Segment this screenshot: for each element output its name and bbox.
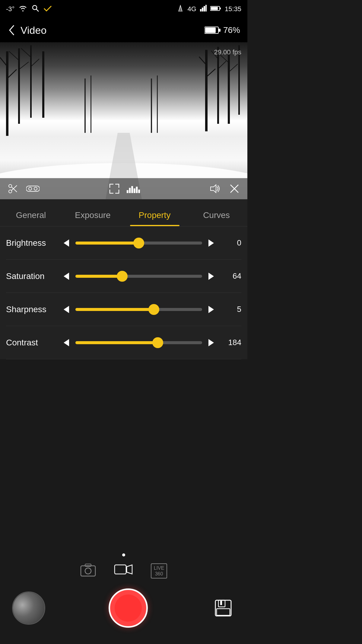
vr-icon[interactable]	[26, 182, 40, 196]
signal-bars-icon	[200, 5, 207, 13]
svg-point-0	[33, 5, 37, 10]
svg-rect-16	[6, 51, 8, 136]
tab-general[interactable]: General	[0, 210, 62, 226]
svg-marker-53	[211, 185, 216, 193]
svg-rect-44	[26, 186, 40, 191]
svg-rect-49	[131, 186, 133, 193]
svg-rect-6	[204, 6, 205, 11]
saturation-increase-button[interactable]	[205, 270, 217, 282]
mode-icons: LIVE360	[80, 562, 167, 579]
saturation-value: 64	[220, 271, 241, 281]
indicator-dot	[122, 553, 125, 556]
search-icon	[31, 4, 39, 14]
saturation-slider[interactable]	[75, 275, 202, 278]
svg-rect-52	[138, 190, 140, 193]
svg-rect-37	[91, 75, 91, 133]
tab-property[interactable]: Property	[124, 210, 186, 226]
sharpness-slider[interactable]	[75, 308, 202, 311]
svg-rect-7	[205, 5, 207, 11]
svg-rect-48	[129, 188, 131, 193]
sharpness-row: Sharpness 5	[6, 293, 241, 326]
live-badge-label: LIVE360	[151, 563, 167, 578]
svg-rect-50	[134, 188, 135, 193]
svg-line-1	[36, 9, 39, 11]
contrast-decrease-button[interactable]	[60, 337, 72, 349]
top-bar: Video 76%	[0, 18, 247, 42]
svg-rect-9	[220, 8, 221, 9]
video-controls	[0, 178, 247, 199]
bottom-actions	[0, 588, 247, 628]
status-bar: -3° 4G	[0, 0, 247, 18]
close-icon[interactable]	[227, 182, 241, 196]
volume-icon[interactable]	[208, 182, 221, 196]
status-left: -3°	[6, 4, 52, 14]
signal-icon	[177, 5, 184, 13]
video-scene	[0, 42, 247, 199]
contrast-row: Contrast 184	[6, 326, 241, 359]
svg-rect-13	[205, 27, 216, 33]
svg-rect-5	[202, 8, 203, 11]
svg-rect-51	[136, 187, 138, 193]
svg-rect-56	[81, 566, 95, 576]
video-mode-button[interactable]	[114, 562, 133, 579]
video-preview: 29.00 fps	[0, 42, 247, 199]
brightness-label: Brightness	[6, 238, 57, 248]
svg-point-40	[9, 184, 12, 187]
tabs: General Exposure Property Curves	[0, 199, 247, 226]
tab-curves[interactable]: Curves	[186, 210, 247, 226]
svg-rect-10	[211, 7, 218, 10]
scissors-icon[interactable]	[6, 182, 20, 196]
record-button-inner	[115, 594, 142, 622]
tab-exposure[interactable]: Exposure	[62, 210, 124, 226]
contrast-label: Contrast	[6, 338, 57, 348]
brightness-slider[interactable]	[75, 242, 202, 245]
svg-rect-19	[42, 51, 44, 118]
sharpness-value: 5	[220, 305, 241, 314]
gallery-thumbnail[interactable]	[12, 591, 45, 625]
record-button[interactable]	[109, 588, 148, 628]
svg-marker-60	[127, 565, 132, 574]
svg-point-57	[85, 568, 91, 574]
svg-rect-47	[127, 190, 129, 193]
svg-rect-4	[200, 9, 202, 11]
fps-label: 29.00 fps	[214, 48, 241, 56]
svg-point-45	[29, 187, 32, 190]
svg-marker-2	[179, 5, 182, 11]
save-icon	[214, 598, 233, 618]
svg-rect-26	[205, 50, 208, 131]
svg-rect-63	[217, 609, 230, 615]
temperature: -3°	[6, 5, 14, 13]
photo-mode-button[interactable]	[80, 563, 96, 579]
sharpness-increase-button[interactable]	[205, 303, 217, 316]
brightness-row: Brightness 0	[6, 226, 241, 260]
wifi-icon	[19, 5, 27, 13]
sharpness-label: Sharpness	[6, 305, 57, 314]
saturation-row: Saturation 64	[6, 260, 241, 293]
svg-rect-64	[220, 601, 222, 605]
saturation-decrease-button[interactable]	[60, 270, 72, 282]
contrast-slider[interactable]	[75, 341, 202, 344]
back-button[interactable]: Video	[7, 24, 46, 36]
svg-rect-18	[30, 45, 32, 118]
sharpness-decrease-button[interactable]	[60, 303, 72, 316]
battery-text: 76%	[223, 25, 240, 35]
contrast-increase-button[interactable]	[205, 337, 217, 349]
svg-point-46	[34, 187, 37, 190]
expand-icon[interactable]	[107, 182, 121, 196]
save-button[interactable]	[211, 596, 235, 620]
brightness-value: 0	[220, 238, 241, 248]
status-right: 4G 15:35	[177, 5, 241, 13]
network-label: 4G	[188, 5, 196, 13]
contrast-value: 184	[220, 338, 241, 347]
bottom-bar: LIVE360	[0, 547, 247, 644]
svg-point-41	[9, 190, 12, 193]
svg-rect-38	[151, 78, 152, 133]
svg-rect-59	[115, 565, 126, 574]
video-scene-svg	[0, 42, 247, 199]
svg-rect-61	[215, 600, 231, 616]
saturation-label: Saturation	[6, 271, 57, 281]
brightness-decrease-button[interactable]	[60, 237, 72, 249]
live360-mode-button[interactable]: LIVE360	[151, 563, 167, 578]
brightness-increase-button[interactable]	[205, 237, 217, 249]
equalizer-icon[interactable]	[126, 182, 140, 196]
